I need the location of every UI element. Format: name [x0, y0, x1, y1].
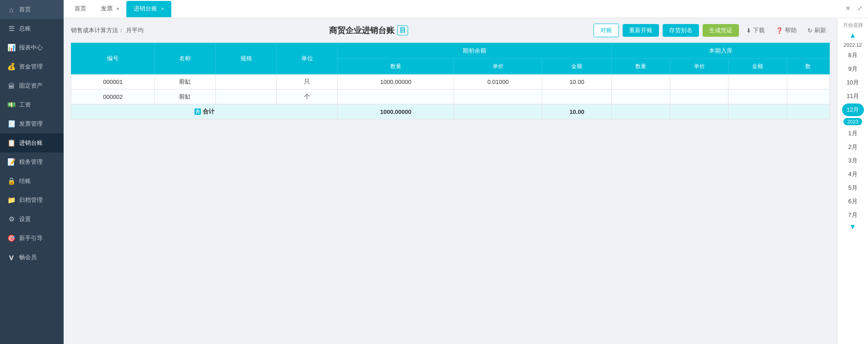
- help-label: 帮助: [785, 26, 797, 34]
- col-header-opening-amount: 金额: [542, 59, 612, 74]
- month-item-2023-3[interactable]: 3月: [838, 154, 868, 167]
- sidebar-item-invoice-mgmt[interactable]: 🧾 发票管理: [0, 114, 64, 133]
- cell-spec: [215, 89, 276, 104]
- total-text: 合计: [203, 108, 215, 116]
- month-item-11[interactable]: 11月: [838, 90, 868, 103]
- sidebar: ⌂ 首页 ☰ 总账 📊 报表中心 💰 资金管理 🏛 固定资产 💵 工资 🧾 发票…: [0, 0, 64, 344]
- tab-purchase-sales-label: 进销台账: [134, 5, 157, 13]
- close-button[interactable]: ✕: [843, 4, 853, 13]
- month-item-9[interactable]: 9月: [838, 63, 868, 75]
- archive-icon: 📁: [7, 196, 15, 204]
- sidebar-item-label: 设置: [19, 215, 31, 223]
- cell-inbound-amount: [728, 89, 787, 104]
- sidebar-item-assets[interactable]: 🏛 固定资产: [0, 76, 64, 95]
- total-opening-price: [454, 104, 542, 119]
- guide-icon: 🎯: [7, 234, 15, 242]
- sidebar-item-home[interactable]: ⌂ 首页: [0, 0, 64, 19]
- salary-icon: 💵: [7, 101, 15, 109]
- page-body: 销售成本计算方法： 月平均 商贸企业进销台账 目 对账 重新开账 存货别名 生成…: [64, 18, 837, 344]
- sidebar-item-guide[interactable]: 🎯 新手引导: [0, 229, 64, 248]
- month-item-12[interactable]: 12月: [842, 103, 864, 116]
- month-item-2023-7[interactable]: 7月: [838, 209, 868, 221]
- cell-opening-qty: [338, 89, 454, 104]
- cost-method-label: 销售成本计算方法：: [71, 27, 124, 34]
- sidebar-item-label: 固定资产: [19, 82, 43, 90]
- reconcile-button[interactable]: 对账: [594, 24, 619, 37]
- cell-opening-qty: 1000.00000: [338, 74, 454, 89]
- table-row: 000002 前缸 个: [71, 89, 830, 104]
- sidebar-item-vip[interactable]: V 畅会员: [0, 248, 64, 267]
- total-opening-amount: 10.00: [542, 104, 612, 119]
- total-inbound-price: [670, 104, 728, 119]
- sidebar-item-label: 新手引导: [19, 234, 43, 242]
- col-header-inbound-price: 单价: [670, 59, 728, 74]
- col-header-opening-qty: 数量: [338, 59, 454, 74]
- col-header-unit: 单位: [277, 43, 338, 74]
- tab-invoice-label: 发票: [101, 5, 113, 13]
- invoice-mgmt-icon: 🧾: [7, 120, 15, 128]
- refresh-icon: ↻: [808, 27, 813, 34]
- reopen-button[interactable]: 重新开账: [623, 24, 659, 37]
- col-header-inbound: 本期入库: [612, 43, 830, 59]
- sidebar-item-capital[interactable]: 💰 资金管理: [0, 57, 64, 76]
- col-header-inbound-qty: 数量: [612, 59, 670, 74]
- cell-inbound-price: [670, 89, 728, 104]
- cell-unit: 只: [277, 74, 338, 89]
- cell-opening-price: 0.01000: [454, 74, 542, 89]
- month-item-2023-1[interactable]: 1月: [838, 127, 868, 140]
- cell-opening-amount: [542, 89, 612, 104]
- month-item-10[interactable]: 10月: [838, 76, 868, 89]
- sidebar-item-closing[interactable]: 🔒 结账: [0, 172, 64, 191]
- assets-icon: 🏛: [7, 82, 15, 90]
- save-alias-button[interactable]: 存货别名: [663, 24, 699, 37]
- sidebar-item-tax[interactable]: 📝 税务管理: [0, 152, 64, 172]
- tab-purchase-sales[interactable]: 进销台账 ×: [126, 1, 171, 17]
- table-wrapper: 编号 名称 规格 单位 期初余额 本期入库 数量 单价 金额 数量: [71, 43, 830, 119]
- scroll-up-button[interactable]: ▲: [848, 30, 858, 40]
- download-label: 下载: [753, 26, 765, 34]
- month-item-2023-2[interactable]: 2月: [838, 141, 868, 153]
- sidebar-item-purchase-sales[interactable]: 📋 进销台账: [0, 133, 64, 152]
- month-picker-title: 月份选择: [843, 22, 863, 29]
- total-opening-qty: 1000.00000: [338, 104, 454, 119]
- cell-inbound-qty: [612, 74, 670, 89]
- month-item-2023-5[interactable]: 5月: [838, 182, 868, 194]
- cell-opening-price: [454, 89, 542, 104]
- sidebar-item-salary[interactable]: 💵 工资: [0, 95, 64, 114]
- cell-inbound-extra: [787, 89, 829, 104]
- sidebar-item-label: 结账: [19, 177, 31, 185]
- sidebar-item-label: 资金管理: [19, 63, 43, 71]
- sidebar-item-archive[interactable]: 📁 归档管理: [0, 191, 64, 210]
- sidebar-item-label: 畅会员: [19, 253, 37, 261]
- cell-inbound-qty: [612, 89, 670, 104]
- month-item-2023-6[interactable]: 6月: [838, 195, 868, 208]
- sidebar-item-settings[interactable]: ⚙ 设置: [0, 210, 64, 229]
- col-header-opening: 期初余额: [338, 43, 612, 59]
- cell-opening-amount: 10.00: [542, 74, 612, 89]
- download-button[interactable]: ⬇ 下载: [743, 25, 768, 36]
- month-item-8[interactable]: 8月: [838, 49, 868, 62]
- help-button[interactable]: ❓ 帮助: [772, 25, 800, 36]
- cell-name: 前缸: [155, 89, 215, 104]
- col-header-inbound-amount: 金额: [728, 59, 787, 74]
- tab-invoice-close[interactable]: ×: [116, 6, 119, 11]
- window-controls: ✕ ⤢: [843, 4, 864, 13]
- tab-invoice[interactable]: 发票 ×: [94, 1, 126, 17]
- year-2023-badge: 2023: [843, 118, 862, 125]
- closing-icon: 🔒: [7, 177, 15, 185]
- tab-home[interactable]: 首页: [67, 1, 94, 17]
- scroll-down-button[interactable]: ▼: [848, 222, 858, 232]
- sidebar-item-ledger[interactable]: ☰ 总账: [0, 19, 64, 38]
- page-title-icon[interactable]: 目: [397, 25, 408, 35]
- sidebar-item-label: 工资: [19, 101, 31, 109]
- sidebar-item-reports[interactable]: 📊 报表中心: [0, 38, 64, 57]
- refresh-button[interactable]: ↻ 刷新: [804, 25, 830, 36]
- year-2022-label: 2022.12: [844, 42, 862, 48]
- month-picker: 月份选择 ▲ 2022.12 8月 9月 10月 11月 12月 2023 1月…: [837, 18, 868, 344]
- tab-purchase-sales-close[interactable]: ×: [161, 6, 164, 11]
- maximize-button[interactable]: ⤢: [855, 4, 864, 13]
- month-item-2023-4[interactable]: 4月: [838, 168, 868, 181]
- total-inbound-extra: [787, 104, 829, 119]
- page-title-text: 商贸企业进销台账: [329, 25, 394, 36]
- generate-voucher-button[interactable]: 生成凭证: [703, 24, 739, 37]
